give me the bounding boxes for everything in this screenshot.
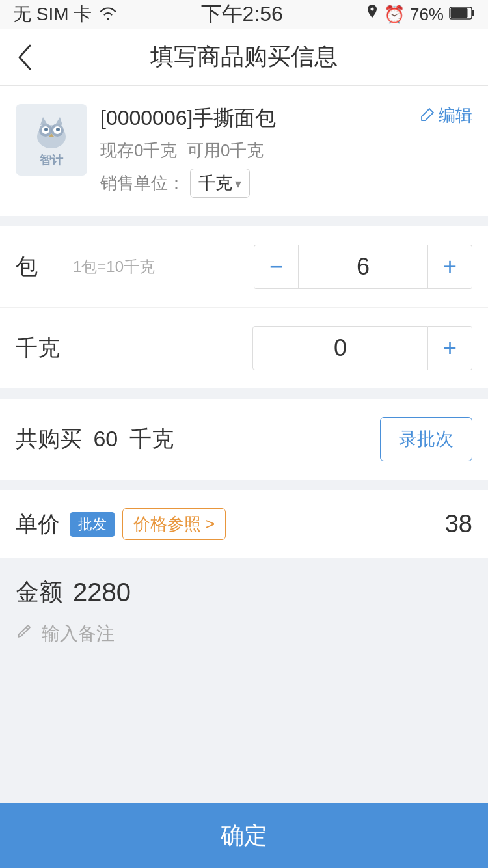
amount-row: 金额 2280 <box>16 576 472 608</box>
price-label: 单价 <box>16 509 60 539</box>
product-stock: 现存0千克 可用0千克 <box>100 139 472 162</box>
bag-quantity-controls: − + <box>254 245 472 289</box>
pencil-icon <box>16 623 34 645</box>
location-icon <box>366 5 379 25</box>
product-unit: 销售单位： 千克 ▾ <box>100 169 472 198</box>
product-info: [0000006]手撕面包 现存0千克 可用0千克 销售单位： 千克 ▾ <box>100 104 472 198</box>
product-image: 智计 <box>16 104 87 176</box>
bag-minus-button[interactable]: − <box>254 245 298 289</box>
svg-point-9 <box>56 128 60 131</box>
amount-section: 金额 2280 输入备注 <box>0 558 488 654</box>
nav-bar: 填写商品购买信息 <box>0 29 488 86</box>
product-section: 智计 [0000006]手撕面包 现存0千克 可用0千克 销售单位： 千克 ▾ <box>0 86 488 216</box>
bag-label: 包 <box>16 252 68 282</box>
unit-select[interactable]: 千克 ▾ <box>190 169 250 198</box>
status-left: 无 SIM 卡 <box>13 2 118 27</box>
wifi-icon <box>98 4 118 25</box>
product-logo: 智计 <box>29 112 74 168</box>
remark-row[interactable]: 输入备注 <box>16 621 472 646</box>
kg-quantity-input[interactable] <box>252 326 428 370</box>
svg-marker-12 <box>56 117 62 125</box>
svg-rect-2 <box>450 8 467 18</box>
unit-select-arrow: ▾ <box>235 176 241 191</box>
amount-label: 金额 <box>16 576 62 608</box>
confirm-button[interactable]: 确定 <box>0 803 488 868</box>
price-value: 38 <box>445 510 472 538</box>
total-section: 共购买 60 千克 录批次 <box>0 399 488 480</box>
total-text: 共购买 60 千克 <box>16 424 174 454</box>
price-section: 单价 批发 价格参照 > 38 <box>0 490 488 558</box>
total-amount: 60 <box>93 426 118 451</box>
batch-button[interactable]: 录批次 <box>380 417 472 461</box>
alarm-icon: ⏰ <box>384 5 405 25</box>
status-time: 下午2:56 <box>201 0 283 29</box>
kg-plus-button[interactable]: + <box>428 326 472 370</box>
price-tag: 批发 <box>70 512 115 537</box>
svg-point-8 <box>44 128 48 131</box>
edit-button[interactable]: 编辑 <box>420 104 472 127</box>
bag-quantity-row: 包 1包=10千克 − + <box>0 226 488 308</box>
bag-plus-button[interactable]: + <box>428 245 472 289</box>
battery-label: 76% <box>410 5 444 25</box>
bag-hint: 1包=10千克 <box>73 256 254 277</box>
quantity-section: 包 1包=10千克 − + 千克 + <box>0 226 488 388</box>
kg-label: 千克 <box>16 333 68 363</box>
svg-marker-11 <box>40 117 47 125</box>
amount-value: 2280 <box>73 578 131 607</box>
page-title: 填写商品购买信息 <box>150 41 338 73</box>
status-bar: 无 SIM 卡 下午2:56 ⏰ 76% <box>0 0 488 29</box>
carrier-label: 无 SIM 卡 <box>13 2 92 27</box>
bag-quantity-input[interactable] <box>298 245 428 289</box>
battery-icon <box>449 5 475 25</box>
kg-quantity-row: 千克 + <box>0 308 488 388</box>
back-button[interactable] <box>16 42 34 73</box>
remark-placeholder: 输入备注 <box>42 621 115 646</box>
status-right: ⏰ 76% <box>366 5 475 25</box>
price-ref-arrow: > <box>205 514 215 534</box>
svg-rect-1 <box>472 10 474 16</box>
kg-quantity-controls: + <box>252 326 472 370</box>
price-reference-button[interactable]: 价格参照 > <box>122 508 226 540</box>
product-name: [0000006]手撕面包 <box>100 104 472 133</box>
edit-icon <box>420 106 436 126</box>
